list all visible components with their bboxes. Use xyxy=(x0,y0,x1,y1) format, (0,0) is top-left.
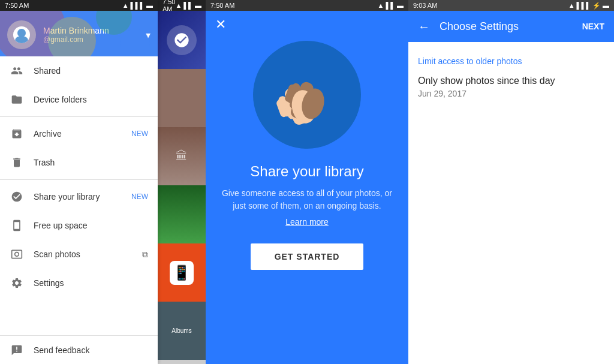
shared-icon xyxy=(10,65,24,77)
learn-more-link[interactable]: Learn more xyxy=(285,217,329,227)
photos-status-bar: 7:50 AM ▲ ▌▌ ▬ xyxy=(158,0,206,11)
send-feedback-label: Send feedback xyxy=(34,345,89,355)
photos-status-icons: ▲ ▌▌ ▬ xyxy=(175,2,201,9)
sidebar-panel: 7:50 AM ▲ ▌▌▌ ▬ Martin Brinkmann @gmail.… xyxy=(0,0,158,364)
share-panel-description: Give someone access to all of your photo… xyxy=(220,187,394,212)
nav-divider-2 xyxy=(0,179,158,180)
photos-panel: 7:50 AM ▲ ▌▌ ▬ 🏛 📱 Albums xyxy=(158,0,206,364)
photos-wifi-icon: ▲ xyxy=(175,2,182,9)
sidebar-item-settings[interactable]: Settings xyxy=(0,269,158,297)
sidebar-item-device-folders[interactable]: Device folders xyxy=(0,85,158,114)
sidebar-item-share-library-label: Share your library xyxy=(34,192,131,201)
settings-header: ← Choose Settings NEXT xyxy=(408,11,614,42)
feedback-icon xyxy=(10,344,24,356)
settings-status-bar: 9:03 AM ▲ ▌▌▌ ⚡ ▬ xyxy=(408,0,614,11)
share-close-button[interactable]: ✕ xyxy=(215,17,226,32)
sidebar-item-trash-label: Trash xyxy=(34,158,148,167)
photo-cell-3: 🏛 xyxy=(158,127,206,185)
sidebar-nav: Shared Device folders Archive NEW Trash xyxy=(0,56,158,335)
sidebar-item-trash[interactable]: Trash xyxy=(0,148,158,177)
settings-title: Choose Settings xyxy=(440,20,582,33)
sidebar-status-bar: 7:50 AM ▲ ▌▌▌ ▬ xyxy=(0,0,158,11)
sidebar-time: 7:50 AM xyxy=(5,2,29,9)
sidebar-item-scan-photos-label: Scan photos xyxy=(34,249,142,259)
share-library-icon xyxy=(10,191,24,203)
battery-icon: ▬ xyxy=(146,2,153,9)
settings-option-date: Jun 29, 2017 xyxy=(418,89,604,98)
signal-icon: ▌▌▌ xyxy=(131,2,145,9)
photos-battery-icon: ▬ xyxy=(195,2,201,9)
share-battery-icon: ▬ xyxy=(397,2,404,9)
photo-cell-1 xyxy=(158,11,206,69)
trash-icon xyxy=(10,157,24,169)
settings-content: Limit access to older photos Only show p… xyxy=(408,42,614,113)
share-panel-title: Share your library xyxy=(250,163,363,180)
device-folders-icon xyxy=(10,94,24,106)
settings-option-label: Only show photos since this day xyxy=(418,76,604,86)
avatar-person xyxy=(13,26,30,43)
archive-icon xyxy=(10,128,24,140)
sidebar-item-shared-label: Shared xyxy=(34,66,148,76)
sidebar-item-archive[interactable]: Archive NEW xyxy=(0,119,158,148)
settings-panel: 9:03 AM ▲ ▌▌▌ ⚡ ▬ ← Choose Settings NEXT… xyxy=(408,0,614,364)
settings-battery-icon: ▬ xyxy=(603,2,609,9)
share-illustration xyxy=(253,41,361,149)
share-status-bar: 7:50 AM ▲ ▌▌ ▬ xyxy=(206,0,408,11)
settings-charging-icon: ⚡ xyxy=(592,2,601,10)
sidebar-item-shared[interactable]: Shared xyxy=(0,56,158,85)
get-started-button[interactable]: GET STARTED xyxy=(251,243,364,270)
settings-back-button[interactable]: ← xyxy=(418,20,430,34)
share-library-badge: NEW xyxy=(131,192,148,201)
settings-status-icons: ▲ ▌▌▌ ⚡ ▬ xyxy=(568,2,609,10)
photo-cell-4 xyxy=(158,185,206,243)
g-circle-yellow xyxy=(48,17,96,56)
sidebar-item-archive-label: Archive xyxy=(34,129,131,139)
wifi-icon: ▲ xyxy=(122,2,129,9)
sidebar-item-free-space-label: Free up space xyxy=(34,221,148,230)
photo-cell-5: 📱 xyxy=(158,243,206,302)
nav-divider-1 xyxy=(0,116,158,117)
photos-grid: 🏛 📱 Albums xyxy=(158,11,206,360)
share-time: 7:50 AM xyxy=(210,2,234,9)
share-status-icons: ▲ ▌▌ ▬ xyxy=(378,2,404,9)
settings-wifi-icon: ▲ xyxy=(568,2,575,9)
hands-svg xyxy=(259,47,355,143)
settings-next-button[interactable]: NEXT xyxy=(582,22,604,31)
archive-badge: NEW xyxy=(131,130,148,138)
settings-icon xyxy=(10,277,24,289)
share-signal-icon: ▌▌ xyxy=(386,2,395,9)
photos-signal-icon: ▌▌ xyxy=(183,2,193,9)
sidebar-item-free-space[interactable]: Free up space xyxy=(0,211,158,240)
share-library-panel: 7:50 AM ▲ ▌▌ ▬ ✕ xyxy=(206,0,408,364)
settings-signal-icon: ▌▌▌ xyxy=(577,2,591,9)
g-circle-blue xyxy=(120,29,150,56)
sidebar-header: Martin Brinkmann @gmail.com ▾ xyxy=(0,11,158,56)
photo-cell-2 xyxy=(158,69,206,127)
settings-section-title: Limit access to older photos xyxy=(418,56,604,66)
send-feedback-button[interactable]: Send feedback xyxy=(0,335,158,364)
sidebar-item-settings-label: Settings xyxy=(34,278,148,288)
share-wifi-icon: ▲ xyxy=(378,2,384,9)
sidebar-item-scan-photos[interactable]: Scan photos ⧉ xyxy=(0,240,158,269)
free-space-icon xyxy=(10,219,24,231)
sidebar-item-device-folders-label: Device folders xyxy=(34,95,148,104)
sidebar-item-share-library[interactable]: Share your library NEW xyxy=(0,182,158,211)
settings-time: 9:03 AM xyxy=(413,2,437,9)
scan-photos-icon xyxy=(10,248,24,260)
scan-photos-external-icon: ⧉ xyxy=(142,249,148,260)
sidebar-status-icons: ▲ ▌▌▌ ▬ xyxy=(122,2,153,9)
photo-cell-6: Albums xyxy=(158,302,206,360)
